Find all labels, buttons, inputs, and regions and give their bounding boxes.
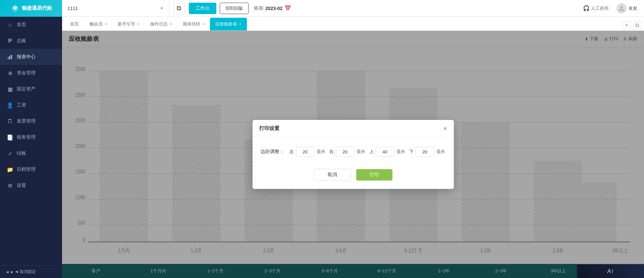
tab-home[interactable]: 首页 <box>65 18 84 30</box>
sidebar-label-archive: 归档管理 <box>17 166 36 172</box>
cancel-button[interactable]: 取消 <box>314 169 351 181</box>
svg-rect-5 <box>8 40 12 41</box>
header-right: 🎧 人工咨询 友友 <box>583 3 644 13</box>
logo-icon <box>10 4 20 13</box>
sidebar-label-tax: 税务管理 <box>17 134 36 140</box>
tab-actions: × ⊡ <box>623 21 641 30</box>
sidebar-item-reports[interactable]: 报表中心 <box>0 49 62 65</box>
period-label: 账期 <box>254 5 263 11</box>
switch-button[interactable]: 切到旧版 <box>220 3 249 14</box>
tab-guide-close[interactable]: × <box>137 22 140 26</box>
dialog-close-button[interactable]: × <box>443 126 447 132</box>
left-margin-group: 左 毫米 <box>289 147 325 157</box>
tab-yearend[interactable]: 期末结转 × <box>177 18 210 30</box>
left-margin-input[interactable] <box>296 147 315 157</box>
sidebar-item-settings[interactable]: ⚙ 设置 <box>0 178 62 194</box>
sidebar-label-salary: 工资 <box>17 102 26 108</box>
print-dialog: 打印设置 × 边距调整： 左 毫米 <box>253 120 454 189</box>
company-selector[interactable]: 1111 ▼ <box>62 0 169 16</box>
tab-guide[interactable]: 新手引导 × <box>112 18 145 30</box>
left-unit: 毫米 <box>317 149 325 155</box>
copy-button[interactable] <box>173 3 185 14</box>
close-account-icon: ✓ <box>7 150 13 157</box>
salary-icon: 👤 <box>7 102 13 109</box>
tab-member[interactable]: 畅会员 × <box>84 18 112 30</box>
help-button[interactable]: 🎧 人工咨询 <box>583 5 608 11</box>
company-name: 1111 <box>67 6 157 11</box>
content-area: 首页 畅会员 × 新手引导 × 操作日志 × 期末结转 × 应收账龄表 × <box>62 17 644 278</box>
sidebar-item-funds[interactable]: ⊕ 资金管理 <box>0 65 62 81</box>
top-margin-group: 上 毫米 <box>369 147 405 157</box>
tab-close-all-button[interactable]: × <box>623 21 631 29</box>
dialog-body: 边距调整： 左 毫米 右 毫米 <box>253 137 454 163</box>
sidebar-item-ledger[interactable]: 总账 <box>0 33 62 49</box>
sidebar-collapse[interactable]: ◄◄ ◄ 取消固定 <box>0 265 62 278</box>
tab-oplog[interactable]: 操作日志 × <box>145 18 177 30</box>
sidebar-label-close: 结账 <box>17 150 26 156</box>
sidebar-label-home: 首页 <box>17 22 26 28</box>
confirm-print-button[interactable]: 打印 <box>356 169 392 181</box>
user-icon <box>618 5 625 12</box>
right-margin-group: 右 毫米 <box>329 147 365 157</box>
svg-point-0 <box>14 7 16 9</box>
svg-point-3 <box>620 6 623 9</box>
sidebar-item-close[interactable]: ✓ 结账 <box>0 145 62 161</box>
copy-icon <box>176 6 182 11</box>
invoice-icon: 🗒 <box>7 118 13 125</box>
archive-icon: 📁 <box>7 166 13 173</box>
help-label: 人工咨询 <box>591 5 608 11</box>
sidebar-item-tax[interactable]: 📑 税务管理 <box>0 129 62 145</box>
logo: 畅捷通易代账 <box>0 0 62 17</box>
sidebar-item-archive[interactable]: 📁 归档管理 <box>0 161 62 178</box>
collapse-icon: ◄◄ <box>5 270 13 274</box>
right-margin-input[interactable] <box>336 147 355 157</box>
headset-icon: 🎧 <box>583 5 590 11</box>
top-unit: 毫米 <box>396 149 405 155</box>
home-icon: ⌂ <box>7 21 13 28</box>
workbench-button[interactable]: 工作台 <box>189 3 216 14</box>
tab-expand-button[interactable]: ⊡ <box>633 21 641 29</box>
tab-home-label: 首页 <box>70 21 79 27</box>
avatar <box>616 3 627 13</box>
logo-text: 畅捷通易代账 <box>22 5 52 11</box>
sidebar-item-fixed[interactable]: ▦ 固定资产 <box>0 81 62 97</box>
tab-aging-close[interactable]: × <box>239 22 241 26</box>
tab-oplog-label: 操作日志 <box>150 21 168 27</box>
company-dropdown-icon: ▼ <box>160 6 164 11</box>
sidebar-label-ledger: 总账 <box>17 38 26 44</box>
top-margin-input[interactable] <box>376 147 394 157</box>
sidebar-item-salary[interactable]: 👤 工资 <box>0 97 62 113</box>
tab-member-label: 畅会员 <box>90 21 103 27</box>
tab-member-close[interactable]: × <box>105 22 107 26</box>
tab-yearend-label: 期末结转 <box>183 21 200 27</box>
modal-overlay: 打印设置 × 边距调整： 左 毫米 <box>62 31 644 278</box>
tab-bar: 首页 畅会员 × 新手引导 × 操作日志 × 期末结转 × 应收账龄表 × <box>62 17 644 31</box>
svg-rect-6 <box>8 42 11 42</box>
period-value: 2023-02 <box>265 6 282 11</box>
sidebar-label-settings: 设置 <box>17 183 26 189</box>
user-area[interactable]: 友友 <box>616 3 637 13</box>
right-label: 右 <box>329 149 334 155</box>
page-content: 应收账龄表 ⬇ 下载 🖨 打印 ↻ 刷新 <box>62 31 644 278</box>
sidebar-item-invoice[interactable]: 🗒 发票管理 <box>0 113 62 129</box>
bottom-margin-group: 下 毫米 <box>409 147 445 157</box>
tab-aging-label: 应收账龄表 <box>215 21 237 27</box>
sidebar: ⌂ 首页 总账 <box>0 17 62 278</box>
fixed-icon: ▦ <box>7 86 13 92</box>
bottom-margin-input[interactable] <box>416 147 434 157</box>
tab-aging[interactable]: 应收账龄表 × <box>210 18 247 30</box>
sidebar-item-home[interactable]: ⌂ 首页 <box>0 17 62 33</box>
sidebar-scroll: ⌂ 首页 总账 <box>0 17 62 265</box>
tab-oplog-close[interactable]: × <box>170 22 172 26</box>
tab-yearend-close[interactable]: × <box>202 22 205 26</box>
tab-guide-label: 新手引导 <box>118 21 135 27</box>
dialog-footer: 取消 打印 <box>253 163 454 189</box>
top-label: 上 <box>369 149 374 155</box>
calendar-icon[interactable]: 📅 <box>284 5 291 11</box>
funds-icon: ⊕ <box>7 70 13 76</box>
sidebar-label-funds: 资金管理 <box>17 70 36 76</box>
margin-row: 边距调整： 左 毫米 右 毫米 <box>261 147 446 157</box>
ledger-icon <box>7 38 13 44</box>
bottom-label: 下 <box>409 149 414 155</box>
svg-rect-4 <box>8 39 12 40</box>
